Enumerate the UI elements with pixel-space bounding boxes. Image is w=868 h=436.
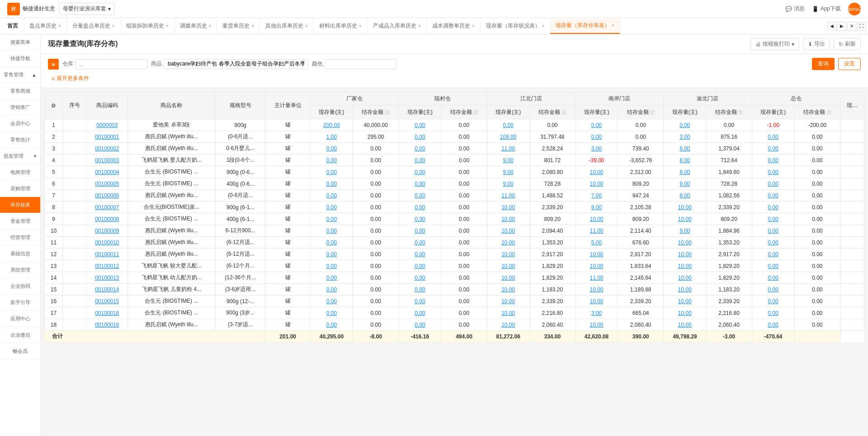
col-yb-amount: 1,353.20 — [706, 237, 752, 248]
industry-selector[interactable]: 母婴行业演示库套 ▾ — [59, 3, 115, 15]
col-total-stock: 0.00 — [752, 143, 794, 155]
col-current — [840, 307, 864, 319]
sidebar-item-marketing[interactable]: 营销推广 — [0, 99, 40, 116]
col-header-product-code: 商品编码 — [86, 92, 127, 119]
tab-stock-status[interactable]: 现存量（库存状况表） × — [481, 19, 551, 34]
sidebar-item-retail-store[interactable]: 零售商城 — [0, 83, 40, 99]
col-total-amount: -200.00 — [794, 119, 840, 131]
tab-order-history[interactable]: 要货单历史 × — [217, 19, 260, 34]
sidebar-item-app-center[interactable]: 应用中心 — [0, 311, 40, 327]
tab-finished-product-inbound-history[interactable]: 产成品入库单历史 × — [368, 19, 427, 34]
col-lc-amount: 0.00 — [441, 119, 487, 131]
sidebar-item-member[interactable]: 畅会员 — [0, 343, 40, 360]
search-button[interactable]: 查询 — [812, 58, 835, 70]
info-icon[interactable]: ⓘ — [385, 110, 390, 115]
sidebar-item-enterprise[interactable]: 企业协同 — [0, 278, 40, 295]
sidebar-item-member-center[interactable]: 会员中心 — [0, 116, 40, 132]
col-spec: (12-36个月... — [215, 272, 265, 284]
close-icon[interactable]: × — [209, 23, 212, 28]
col-code — [63, 237, 87, 248]
info-icon[interactable]: ⓘ — [562, 110, 566, 115]
col-yb-stock: 8.00 — [664, 190, 706, 202]
col-fc-amount: 0.00 — [353, 284, 399, 295]
col-product-name: 飞鹤星飞帆 婴儿配方奶... — [127, 155, 215, 166]
settings-button[interactable]: 设置 — [838, 58, 861, 70]
sidebar-item-wechat[interactable]: 企业微信 — [0, 327, 40, 343]
product-input[interactable] — [164, 59, 308, 69]
tab-close-all-button[interactable]: ✕ — [847, 22, 856, 31]
close-icon[interactable]: × — [166, 23, 169, 28]
warehouse-input[interactable] — [75, 59, 147, 69]
user-avatar[interactable]: demo2 — [848, 3, 861, 15]
sidebar-item-operations[interactable]: 经营管理 — [0, 230, 40, 246]
close-icon[interactable]: × — [305, 23, 308, 28]
tab-partial-check-history[interactable]: 分量盘点单历史 × — [67, 19, 121, 34]
col-fc-amount: 0.00 — [353, 190, 399, 202]
col-na-amount: 2,339.20 — [618, 295, 664, 307]
tab-next-button[interactable]: ▶ — [837, 22, 846, 31]
app-download-button[interactable]: 📱 App下载 — [812, 5, 841, 13]
tab-assembly-history[interactable]: 组装拆卸单历史 × — [121, 19, 175, 34]
close-icon[interactable]: × — [612, 23, 614, 28]
close-icon[interactable]: × — [251, 23, 254, 28]
print-button[interactable]: 🖨 按模板打印 ▾ — [750, 38, 799, 50]
tab-cost-adjustment-history[interactable]: 成本调整单历史 × — [427, 19, 481, 34]
color-input[interactable] — [325, 59, 397, 69]
col-unit: 罐 — [265, 155, 310, 166]
sidebar-item-wholesale-management[interactable]: 批发管理 ▾ — [0, 148, 40, 164]
refresh-button[interactable]: ↻ 刷新 — [834, 38, 861, 50]
tab-prev-button[interactable]: ◀ — [827, 22, 836, 31]
col-seq: 9 — [45, 213, 63, 225]
close-icon[interactable]: × — [472, 23, 475, 28]
col-sub-yb-stock: 现存量(主) — [664, 106, 706, 119]
sidebar-item-system[interactable]: 系统管理 — [0, 262, 40, 278]
col-na-stock: 10.00 — [575, 213, 618, 225]
sidebar-item-inventory[interactable]: 库存核算 — [0, 197, 40, 213]
expand-conditions-button[interactable]: ≡ 展开更多条件 — [48, 73, 861, 84]
sidebar-item-quick-nav[interactable]: 快捷导航 — [0, 51, 40, 67]
col-spec: 400g (6-1... — [215, 213, 265, 225]
total-total-stock: -3.00 — [706, 331, 752, 342]
col-code — [63, 260, 87, 272]
col-yb-amount: 1,183.20 — [706, 284, 752, 295]
message-button[interactable]: 💬 消息 — [785, 5, 805, 13]
sidebar-item-retail-stats[interactable]: 零售统计 — [0, 132, 40, 148]
sidebar-item-purchase[interactable]: 采购管理 — [0, 181, 40, 197]
close-icon[interactable]: × — [58, 23, 61, 28]
sidebar-item-retail-management[interactable]: 零售管理 ▲ — [0, 67, 40, 83]
col-product-code: 00100015 — [86, 295, 127, 307]
export-button[interactable]: ⬇ 导出 — [803, 38, 830, 50]
col-lc-stock: 0.00 — [399, 295, 441, 307]
info-icon[interactable]: ⓘ — [650, 110, 655, 115]
col-fc-stock: 0.00 — [310, 248, 353, 260]
close-icon[interactable]: × — [112, 23, 115, 28]
col-jb-amount: 1,353.20 — [529, 237, 575, 248]
sidebar-item-beginner[interactable]: 新手引导 — [0, 295, 40, 311]
col-product-code: 00100016 — [86, 307, 127, 319]
col-na-stock: 9.00 — [575, 202, 618, 213]
tab-home[interactable]: 首页 — [2, 19, 24, 34]
col-lc-stock: 0.00 — [399, 319, 441, 331]
info-icon[interactable]: ⓘ — [827, 110, 831, 115]
tab-material-outbound-history[interactable]: 材料出库单历史 × — [314, 19, 368, 34]
tab-inventory-check-history[interactable]: 盘点单历史 × — [24, 19, 67, 34]
info-icon[interactable]: ⓘ — [738, 110, 743, 115]
tab-other-outbound-history[interactable]: 其他出库单历史 × — [260, 19, 314, 34]
sidebar-item-ecommerce[interactable]: 电商管理 — [0, 164, 40, 181]
col-unit: 罐 — [265, 237, 310, 248]
sidebar-item-search[interactable]: 搜索英单 — [0, 34, 40, 51]
tab-expand-button[interactable]: ⛶ — [857, 22, 866, 31]
close-icon[interactable]: × — [359, 23, 362, 28]
settings-icon[interactable]: ⚙ — [51, 103, 56, 109]
content-area: 现存量查询(库存分布) 🖨 按模板打印 ▾ ⬇ 导出 ↻ 刷新 — [41, 34, 868, 436]
col-na-stock: 3.00 — [575, 307, 618, 319]
filter-toggle-button[interactable]: » — [48, 59, 59, 70]
info-icon[interactable]: ⓘ — [473, 110, 478, 115]
tab-transfer-history[interactable]: 调拨单历史 × — [175, 19, 217, 34]
close-icon[interactable]: × — [542, 23, 545, 28]
tab-stock-distribution[interactable]: 现存量（库存分布表） × — [550, 19, 620, 34]
sidebar-item-basic-info[interactable]: 基础信息 — [0, 246, 40, 262]
sidebar-item-finance[interactable]: 资金管理 — [0, 213, 40, 230]
close-icon[interactable]: × — [418, 23, 421, 28]
col-na-stock: 10.00 — [575, 248, 618, 260]
